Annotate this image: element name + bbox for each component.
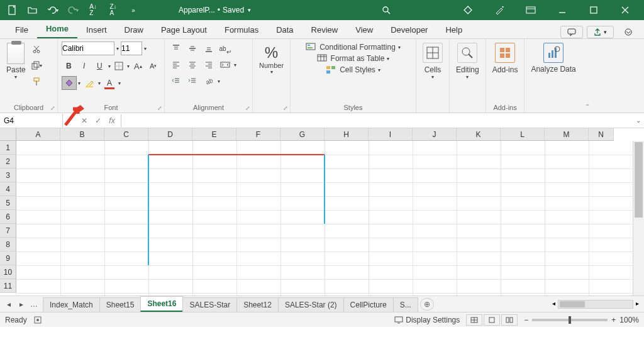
font-size-input[interactable] xyxy=(121,41,142,55)
orientation-icon[interactable]: ab xyxy=(201,74,216,88)
row-header[interactable]: 11 xyxy=(0,279,16,293)
new-sheet-button[interactable]: ⊕ xyxy=(420,298,434,311)
col-header[interactable]: F xyxy=(236,128,280,140)
name-box[interactable]: G4 xyxy=(0,114,63,128)
sheet-tab[interactable]: CellPicture xyxy=(343,297,394,312)
row-header[interactable]: 6 xyxy=(0,210,16,224)
italic-button[interactable]: I xyxy=(77,59,92,73)
col-header[interactable]: H xyxy=(325,128,369,140)
search-icon[interactable] xyxy=(380,4,392,16)
col-header[interactable]: J xyxy=(413,128,457,140)
cancel-formula-icon[interactable]: ✕ xyxy=(78,114,91,127)
cell-styles-button[interactable]: Cell Styles ▾ xyxy=(294,65,412,74)
format-as-table-button[interactable]: Format as Table ▾ xyxy=(294,54,412,63)
addins-button[interactable] xyxy=(495,43,515,63)
merge-center-icon[interactable] xyxy=(218,58,233,72)
select-all-corner[interactable] xyxy=(0,128,16,140)
sheet-tab[interactable]: SALES-Star (2) xyxy=(278,297,344,312)
ribbon-display-icon[interactable] xyxy=(518,1,543,19)
font-fill-button[interactable] xyxy=(82,76,97,90)
clipboard-launcher-icon[interactable]: ⤢ xyxy=(50,105,55,111)
row-header[interactable]: 5 xyxy=(0,196,16,210)
align-middle-icon[interactable] xyxy=(185,41,200,55)
sheet-tab[interactable]: Sheet15 xyxy=(99,297,142,312)
horizontal-scrollbar[interactable]: ◂ ▸ xyxy=(434,300,644,309)
tab-review[interactable]: Review xyxy=(303,21,347,38)
col-header[interactable]: K xyxy=(457,128,501,140)
maximize-button[interactable] xyxy=(581,1,606,19)
number-format-button[interactable]: % Number ▾ xyxy=(257,41,286,75)
row-header[interactable]: 2 xyxy=(0,155,16,168)
col-header[interactable]: B xyxy=(60,128,104,140)
redo-icon[interactable]: ▾ xyxy=(65,3,80,18)
row-header[interactable]: 9 xyxy=(0,251,16,265)
editing-button[interactable] xyxy=(457,43,477,63)
col-header[interactable]: A xyxy=(16,128,60,140)
qat-more-icon[interactable]: » xyxy=(126,3,141,18)
col-header[interactable]: L xyxy=(501,128,545,140)
new-file-icon[interactable] xyxy=(5,3,20,18)
row-header[interactable]: 7 xyxy=(0,224,16,238)
page-break-view-icon[interactable] xyxy=(501,314,518,326)
zoom-in-button[interactable]: + xyxy=(611,316,616,324)
font-launcher-icon[interactable]: ⤢ xyxy=(157,105,162,111)
hscroll-left-icon[interactable]: ◂ xyxy=(552,300,555,309)
share-button[interactable]: ▾ xyxy=(587,26,614,38)
format-painter-icon[interactable] xyxy=(30,75,43,88)
tab-data[interactable]: Data xyxy=(267,21,302,38)
font-color-button[interactable]: A xyxy=(102,76,117,90)
pen-sparkle-icon[interactable] xyxy=(487,1,512,19)
sheet-tab[interactable]: S... xyxy=(393,297,418,312)
macro-record-icon[interactable] xyxy=(33,316,42,324)
sheet-tab[interactable]: Sheet12 xyxy=(236,297,279,312)
undo-icon[interactable]: ▾ xyxy=(45,3,60,18)
vertical-scrollbar[interactable] xyxy=(633,141,644,295)
align-right-icon[interactable] xyxy=(201,58,216,72)
col-header[interactable]: M xyxy=(545,128,589,140)
col-header[interactable]: D xyxy=(148,128,192,140)
align-top-icon[interactable] xyxy=(169,41,184,55)
sort-asc-icon[interactable]: A↓Z xyxy=(86,3,101,18)
align-bottom-icon[interactable] xyxy=(201,41,216,55)
font-name-input[interactable] xyxy=(62,41,114,55)
collapse-ribbon-button[interactable]: ⌃ xyxy=(582,39,592,113)
tab-home[interactable]: Home xyxy=(37,20,77,38)
align-center-icon[interactable] xyxy=(185,58,200,72)
hscroll-right-icon[interactable]: ▸ xyxy=(636,300,639,309)
open-file-icon[interactable] xyxy=(25,3,40,18)
sheet-nav-prev-icon[interactable]: ◂ xyxy=(4,299,14,309)
row-header[interactable]: 3 xyxy=(0,168,16,182)
sheet-nav-next-icon[interactable]: ▸ xyxy=(16,299,26,309)
cells-area[interactable] xyxy=(16,141,633,295)
sheet-tab[interactable]: SALES-Star xyxy=(182,297,237,312)
zoom-out-button[interactable]: − xyxy=(524,316,528,324)
tab-file[interactable]: File xyxy=(6,21,37,38)
zoom-slider[interactable] xyxy=(532,319,608,321)
bold-button[interactable]: B xyxy=(62,59,76,73)
normal-view-icon[interactable] xyxy=(466,314,482,326)
row-header[interactable]: 10 xyxy=(0,265,16,279)
col-header[interactable]: E xyxy=(192,128,236,140)
cells-button[interactable] xyxy=(423,43,443,63)
close-button[interactable] xyxy=(613,1,638,19)
chevron-down-icon[interactable]: ▾ xyxy=(248,7,251,13)
fx-icon[interactable]: fx xyxy=(106,114,118,127)
minimize-button[interactable] xyxy=(550,1,575,19)
number-launcher-icon[interactable]: ⤢ xyxy=(283,105,288,111)
conditional-formatting-button[interactable]: Conditional Formatting ▾ xyxy=(294,43,412,52)
fill-color-button[interactable] xyxy=(62,76,77,90)
col-header[interactable]: N xyxy=(589,128,614,140)
wrap-text-icon[interactable]: ab↵ xyxy=(218,41,233,55)
col-header[interactable]: G xyxy=(280,128,325,140)
tab-draw[interactable]: Draw xyxy=(116,21,152,38)
row-header[interactable]: 8 xyxy=(0,238,16,251)
tab-insert[interactable]: Insert xyxy=(77,21,116,38)
decrease-indent-icon[interactable] xyxy=(169,74,184,88)
borders-button[interactable] xyxy=(112,59,126,73)
display-settings-button[interactable]: Display Settings xyxy=(394,316,460,324)
tab-developer[interactable]: Developer xyxy=(382,21,436,38)
analyze-data-button[interactable] xyxy=(543,43,564,63)
page-layout-view-icon[interactable] xyxy=(484,314,500,326)
col-header[interactable]: C xyxy=(104,128,148,140)
tab-formulas[interactable]: Formulas xyxy=(216,21,267,38)
